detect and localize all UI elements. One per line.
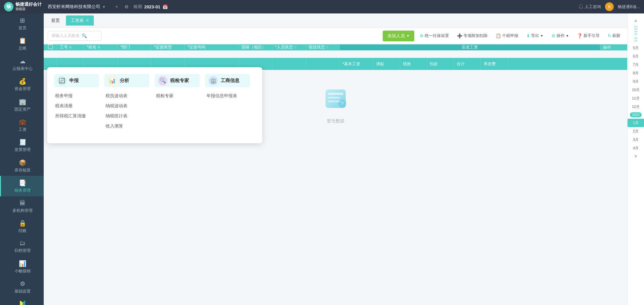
menu-item-income-tax[interactable]: 所得税汇算清缴: [54, 111, 99, 121]
declaration-icon: 🔄: [57, 76, 67, 85]
dropdown-overlay: 🔄 申报 税务申报 税表清册 所得税汇算清缴 📊 分析 税负波动表 纳税波动表 …: [0, 0, 644, 305]
menu-item-tax-expert[interactable]: 税检专家: [155, 91, 200, 101]
menu-section-title-analysis: 📊 分析: [104, 74, 149, 87]
menu-item-annual-report[interactable]: 年报信息申报表: [205, 91, 250, 101]
menu-section-declaration: 🔄 申报 税务申报 税表清册 所得税汇算清缴: [54, 74, 104, 137]
menu-item-tax-table[interactable]: 税表清册: [54, 101, 99, 111]
menu-section-tax-expert: 🔍 税检专家 税检专家: [155, 74, 205, 137]
menu-section-title-business: 🏢 工商信息: [205, 74, 250, 87]
dropdown-menu: 🔄 申报 税务申报 税表清册 所得税汇算清缴 📊 分析 税负波动表 纳税波动表 …: [47, 67, 262, 143]
menu-section-title-tax-expert: 🔍 税检专家: [155, 74, 200, 87]
tax-expert-icon: 🔍: [158, 76, 167, 85]
tax-expert-title: 税检专家: [170, 78, 189, 84]
menu-section-analysis: 📊 分析 税负波动表 纳税波动表 纳税统计表 收入测算: [104, 74, 155, 137]
menu-item-tax-stats[interactable]: 纳税统计表: [104, 111, 149, 121]
menu-section-title-declaration: 🔄 申报: [54, 74, 99, 87]
business-icon: 🏢: [209, 76, 218, 85]
menu-item-tax-fluctuation[interactable]: 纳税波动表: [104, 101, 149, 111]
menu-item-tax-declare[interactable]: 税务申报: [54, 91, 99, 101]
analysis-icon: 📊: [108, 76, 117, 85]
declaration-title: 申报: [69, 78, 79, 84]
menu-item-tax-burden[interactable]: 税负波动表: [104, 91, 149, 101]
menu-section-business: 🏢 工商信息 年报信息申报表: [205, 74, 256, 137]
analysis-title: 分析: [120, 78, 129, 84]
menu-item-income-calc[interactable]: 收入测算: [104, 121, 149, 131]
business-title: 工商信息: [221, 78, 239, 84]
